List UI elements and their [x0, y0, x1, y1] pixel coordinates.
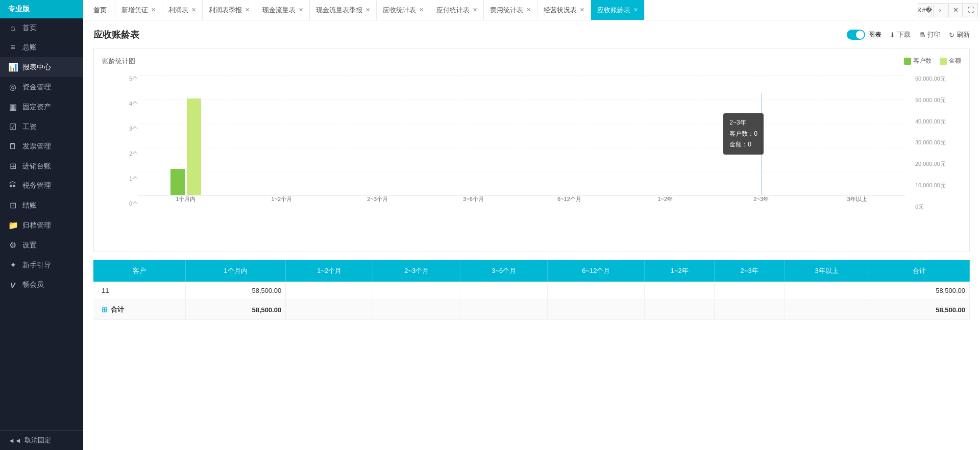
sidebar-item-label: 资金管理: [22, 83, 51, 92]
close-icon[interactable]: ✕: [633, 7, 638, 13]
tab-next-button[interactable]: ›: [933, 3, 947, 17]
tab-cashflow-quarter[interactable]: 现金流量表季报 ✕: [310, 0, 377, 20]
sidebar-item-reports[interactable]: 📊 报表中心: [0, 57, 83, 77]
close-icon[interactable]: ✕: [580, 7, 584, 13]
tab-ap-stat[interactable]: 应付统计表 ✕: [430, 0, 484, 20]
tab-ar-stat-label: 应收统计表: [383, 6, 416, 15]
y-label: 1个: [129, 175, 138, 183]
summary-row: ⊞ 合计 58,500.00 58,500.00: [93, 300, 970, 320]
tab-close-all-button[interactable]: ✕: [948, 3, 963, 17]
sidebar-item-salary[interactable]: ☑ 工资: [0, 117, 83, 137]
tab-prev-button[interactable]: &#�: [918, 3, 932, 17]
tab-profit-quarter[interactable]: 利润表季报 ✕: [203, 0, 256, 20]
sidebar-item-tax[interactable]: 🏛 税务管理: [0, 176, 83, 195]
x-label: 2~3年: [713, 195, 809, 208]
summary-total: 58,500.00: [869, 300, 970, 320]
col-y12: 1~2年: [645, 260, 715, 282]
tab-expense-stat-label: 费用统计表: [490, 6, 523, 15]
tab-fullscreen-button[interactable]: ⛶: [964, 3, 978, 17]
sidebar-item-label: 首页: [22, 23, 37, 33]
tab-home[interactable]: 首页: [85, 0, 115, 20]
cell-m23: [373, 282, 460, 300]
legend-customer-label: 客户数: [913, 57, 932, 65]
y-right-label: 60,000.00元: [915, 75, 946, 83]
page-container: 应收账龄表 图表 ⬇ 下载 🖶 打印 ↻: [83, 20, 980, 450]
cell-total: 58,500.00: [869, 282, 970, 300]
unpin-button[interactable]: ◄◄ 取消固定: [0, 430, 83, 450]
summary-m12: [286, 300, 373, 320]
chart-tooltip: 2~3年 客户数：0 金额：0: [723, 113, 764, 155]
summary-m612: [548, 300, 645, 320]
tab-ar-stat[interactable]: 应收统计表 ✕: [377, 0, 430, 20]
sidebar-item-home[interactable]: ⌂ 首页: [0, 18, 83, 38]
summary-label-cell: ⊞ 合计: [93, 300, 185, 320]
tooltip-label: 2~3年: [729, 117, 757, 129]
summary-m36: [460, 300, 548, 320]
sidebar-item-settings[interactable]: ⚙ 设置: [0, 235, 83, 255]
x-label: 6~12个月: [522, 195, 618, 208]
tab-biz-status[interactable]: 经营状况表 ✕: [537, 0, 591, 20]
close-icon[interactable]: ✕: [526, 7, 531, 13]
main-area: 首页 新增凭证 ✕ 利润表 ✕ 利润表季报 ✕ 现金流量表 ✕ 现金流量表季报 …: [83, 0, 980, 450]
tab-voucher[interactable]: 新增凭证 ✕: [115, 0, 162, 20]
unpin-label: 取消固定: [24, 436, 51, 445]
summary-y3plus: [785, 300, 869, 320]
cell-y12: [645, 282, 715, 300]
app-logo: 专业版: [0, 0, 83, 18]
close-icon[interactable]: ✕: [473, 7, 477, 13]
col-m12: 1~2个月: [286, 260, 373, 282]
y-axis-left: 5个 4个 3个 2个 1个 0个: [107, 75, 138, 208]
close-icon[interactable]: ✕: [365, 7, 370, 13]
tab-profit[interactable]: 利润表 ✕: [162, 0, 203, 20]
inventory-icon: ⊞: [8, 161, 17, 171]
total-label: ⊞ 合计: [102, 305, 181, 314]
chart-toggle[interactable]: 图表: [847, 30, 881, 40]
cell-y23: [715, 282, 785, 300]
sidebar-item-guide[interactable]: ✦ 新手引导: [0, 255, 83, 275]
page-title: 应收账龄表: [93, 29, 847, 41]
close-icon[interactable]: ✕: [419, 7, 424, 13]
chart-wrapper: 5个 4个 3个 2个 1个 0个: [102, 70, 961, 243]
y-label: 4个: [129, 100, 138, 108]
sidebar-item-inventory[interactable]: ⊞ 进销台账: [0, 156, 83, 176]
y-right-label: 50,000.00元: [915, 96, 946, 104]
salary-icon: ☑: [8, 122, 17, 132]
print-button[interactable]: 🖶 打印: [919, 30, 941, 39]
toggle-switch-control[interactable]: [847, 30, 865, 40]
gear-icon: ⚙: [8, 240, 17, 250]
table-header-row: 客户 1个月内 1~2个月 2~3个月 3~6个月 6~12个月 1~2年 2~…: [93, 260, 970, 282]
tab-cashflow-label: 现金流量表: [262, 6, 296, 15]
cell-m612: [548, 282, 645, 300]
assets-icon: ▦: [8, 102, 17, 112]
x-label: 2~3个月: [330, 195, 426, 208]
sidebar-item-vip[interactable]: V 畅会员: [0, 275, 83, 294]
close-icon[interactable]: ✕: [245, 7, 250, 13]
sidebar-item-funds[interactable]: ◎ 资金管理: [0, 77, 83, 97]
invoice-icon: 🗒: [8, 142, 17, 151]
page-header: 应收账龄表 图表 ⬇ 下载 🖶 打印 ↻: [93, 29, 970, 41]
y-label: 5个: [129, 75, 138, 83]
sidebar-item-invoice[interactable]: 🗒 发票管理: [0, 137, 83, 156]
tab-expense-stat[interactable]: 费用统计表 ✕: [484, 0, 537, 20]
x-label: 3~6个月: [426, 195, 522, 208]
tab-cashflow[interactable]: 现金流量表 ✕: [256, 0, 310, 20]
close-icon[interactable]: ✕: [191, 7, 196, 13]
sidebar-item-assets[interactable]: ▦ 固定资产: [0, 97, 83, 117]
sidebar-item-ledger[interactable]: ≡ 总账: [0, 38, 83, 57]
y-label: 0个: [129, 200, 138, 208]
tab-cashflow-quarter-label: 现金流量表季报: [316, 6, 362, 15]
y-axis-right: 60,000.00元 50,000.00元 40,000.00元 30,000.…: [915, 75, 961, 211]
header-actions: 图表 ⬇ 下载 🖶 打印 ↻ 刷新: [847, 30, 970, 40]
tab-ar-aging[interactable]: 应收账龄表 ✕: [591, 0, 645, 20]
total-icon: ⊞: [102, 306, 108, 314]
close-icon[interactable]: ✕: [299, 7, 303, 13]
refresh-button[interactable]: ↻ 刷新: [949, 30, 970, 39]
download-button[interactable]: ⬇ 下载: [890, 30, 911, 39]
y-label: 2个: [129, 150, 138, 158]
refresh-icon: ↻: [949, 31, 954, 39]
x-axis-labels: 1个月内 1~2个月 2~3个月 3~6个月 6~12个月 1~2年 2~3年 …: [138, 195, 905, 208]
sidebar-item-archive[interactable]: 📁 归档管理: [0, 215, 83, 235]
close-icon[interactable]: ✕: [151, 7, 156, 13]
legend-customer-dot: [904, 58, 911, 65]
sidebar-item-closing[interactable]: ⊡ 结账: [0, 195, 83, 215]
